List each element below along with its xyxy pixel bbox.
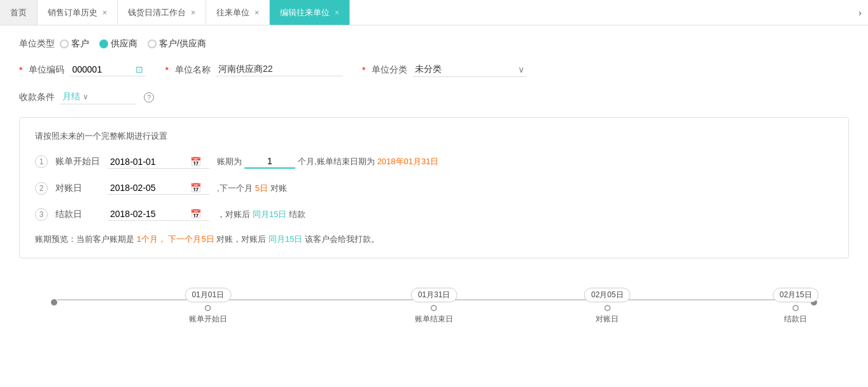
calendar-icon-2[interactable]: 📅 — [190, 183, 201, 193]
timeline-section: 01月01日 账单开始日 01月31日 账单结束日 02月05日 对账日 — [19, 271, 849, 318]
required-star-classify: * — [362, 65, 365, 75]
unit-classify-label: 单位分类 — [372, 64, 407, 76]
step-label-2: 对账日 — [55, 183, 100, 194]
tab-bar: 首页 销售订单历史 × 钱货日清工作台 × 往来单位 × 编辑往来单位 × › — [0, 0, 868, 25]
timeline-badge-2: 01月31日 — [411, 288, 458, 302]
unit-code-label: 单位编码 — [29, 64, 64, 76]
step-date-highlight-1: 2018年01月31日 — [377, 156, 439, 167]
tab-close-edit-partner[interactable]: × — [335, 8, 339, 17]
step-number-3: 3 — [35, 208, 48, 221]
preview-middle: 对账，对账后 — [216, 234, 266, 244]
required-star-name: * — [165, 65, 168, 75]
step-label-3: 结款日 — [55, 209, 100, 220]
preview-part3: 同月15日 — [269, 234, 302, 244]
unit-classify-dropdown[interactable]: 未分类 ∨ — [412, 62, 527, 77]
preview-section: 账期预览：当前客户账期是 1个月， 下一个月5日 对账，对账后 同月15日 该客… — [35, 234, 833, 245]
preview-part1: 1个月， — [137, 234, 166, 244]
unit-code-group: * 单位编码 ⊡ — [19, 63, 146, 76]
tab-sales-history[interactable]: 销售订单历史 × — [38, 0, 118, 25]
step-row-2: 2 对账日 📅 ,下一个月 5日 对账 — [35, 181, 833, 195]
step-desc-suffix-3: 结款 — [289, 209, 305, 220]
copy-icon[interactable]: ⊡ — [133, 64, 146, 74]
tab-edit-partner[interactable]: 编辑往来单位 × — [270, 0, 350, 25]
timeline-label-1: 账单开始日 — [189, 314, 227, 325]
dropdown-arrow-payment-icon: ∨ — [83, 92, 88, 101]
radio-circle-customer — [60, 39, 69, 48]
unit-type-row: 单位类型 客户 供应商 客户/供应商 — [19, 38, 849, 50]
tab-close-sales-history[interactable]: × — [102, 8, 107, 17]
unit-info-row: * 单位编码 ⊡ * 单位名称 * 单位分类 未分类 ∨ — [19, 62, 849, 77]
step-desc-2: ,下一个月 5日 对账 — [217, 183, 287, 194]
timeline-label-3: 对账日 — [596, 314, 619, 325]
radio-both[interactable]: 客户/供应商 — [148, 38, 206, 50]
period-input[interactable] — [244, 155, 295, 169]
step-label-1: 账单开始日 — [55, 156, 100, 167]
unit-type-label: 单位类型 — [19, 38, 55, 50]
help-icon[interactable]: ? — [144, 92, 154, 102]
step-number-1: 1 — [35, 155, 48, 168]
radio-supplier[interactable]: 供应商 — [99, 38, 137, 50]
timeline-badge-1: 01月01日 — [185, 288, 231, 302]
date-field-3[interactable] — [108, 208, 190, 220]
radio-label-customer: 客户 — [71, 38, 89, 50]
step-date-input-1: 📅 — [108, 155, 209, 169]
tab-home[interactable]: 首页 — [0, 0, 38, 25]
tab-partner-units[interactable]: 往来单位 × — [206, 0, 270, 25]
step-desc-suffix-1: 个月,账单结束日期为 — [298, 156, 375, 167]
tab-expand-button[interactable]: › — [852, 0, 868, 25]
preview-label: 账期预览：当前客户账期是 — [35, 234, 134, 244]
unit-name-label: 单位名称 — [175, 64, 211, 76]
dropdown-arrow-icon: ∨ — [518, 64, 524, 74]
main-content: 单位类型 客户 供应商 客户/供应商 * 单位编码 — [0, 25, 868, 387]
unit-classify-group: * 单位分类 未分类 ∨ — [362, 62, 527, 77]
payment-condition-label: 收款条件 — [19, 92, 55, 103]
step-desc-1: 账期为 个月,账单结束日期为 2018年01月31日 — [217, 155, 438, 169]
date-field-2[interactable] — [108, 181, 190, 194]
radio-label-both: 客户/供应商 — [159, 38, 206, 50]
radio-circle-supplier — [99, 39, 108, 48]
tab-close-cash-work[interactable]: × — [191, 8, 195, 17]
step-desc-suffix-2: 对账 — [270, 183, 287, 194]
timeline-label-4: 结款日 — [784, 314, 807, 325]
step-desc-prefix-1: 账期为 — [217, 156, 242, 167]
unit-name-group: * 单位名称 — [165, 63, 342, 76]
step-highlight-2: 5日 — [255, 183, 268, 194]
step-desc-3: ，对账后 同月15日 结款 — [217, 209, 305, 220]
step-row-1: 1 账单开始日 📅 账期为 个月,账单结束日期为 2018年01月31日 — [35, 155, 833, 169]
unit-type-radio-group: 客户 供应商 客户/供应商 — [60, 38, 206, 50]
unit-code-input[interactable] — [69, 63, 133, 76]
unit-classify-value: 未分类 — [415, 64, 442, 75]
payment-condition-group: 收款条件 月结 ∨ ? — [19, 90, 154, 104]
timeline-label-2: 账单结束日 — [415, 314, 453, 325]
timeline-badge-4: 02月15日 — [773, 288, 819, 302]
calendar-icon-1[interactable]: 📅 — [190, 157, 201, 167]
calendar-icon-3[interactable]: 📅 — [190, 209, 201, 219]
required-star-code: * — [19, 65, 22, 75]
unit-code-input-wrapper: ⊡ — [69, 63, 146, 76]
date-field-1[interactable] — [108, 155, 190, 168]
payment-condition-row: 收款条件 月结 ∨ ? — [19, 90, 849, 104]
chevron-right-icon: › — [858, 8, 862, 18]
payment-condition-dropdown[interactable]: 月结 ∨ — [60, 90, 136, 104]
radio-customer[interactable]: 客户 — [60, 38, 89, 50]
settings-panel: 请按照未来的一个完整帐期进行设置 1 账单开始日 📅 账期为 个月,账单结束日期… — [19, 117, 849, 258]
unit-type-group: 单位类型 客户 供应商 客户/供应商 — [19, 38, 206, 50]
step-highlight-3: 同月15日 — [253, 209, 286, 220]
panel-instruction: 请按照未来的一个完整帐期进行设置 — [35, 130, 833, 142]
radio-circle-both — [148, 39, 157, 48]
step-date-input-2: 📅 — [108, 181, 209, 195]
timeline-badge-3: 02月05日 — [584, 288, 631, 302]
step-date-input-3: 📅 — [108, 208, 209, 221]
radio-label-supplier: 供应商 — [111, 38, 137, 50]
step-row-3: 3 结款日 📅 ，对账后 同月15日 结款 — [35, 208, 833, 221]
step-desc-prefix-2: ,下一个月 — [217, 183, 253, 194]
tab-cash-work[interactable]: 钱货日清工作台 × — [118, 0, 206, 25]
tab-close-partner-units[interactable]: × — [255, 8, 259, 17]
step-number-2: 2 — [35, 182, 48, 195]
preview-end: 该客户会给我打款。 — [305, 234, 379, 244]
preview-part2: 下一个月5日 — [168, 234, 214, 244]
unit-name-input[interactable] — [216, 63, 343, 76]
step-desc-prefix-3: ，对账后 — [217, 209, 250, 220]
payment-condition-value: 月结 — [60, 90, 83, 104]
